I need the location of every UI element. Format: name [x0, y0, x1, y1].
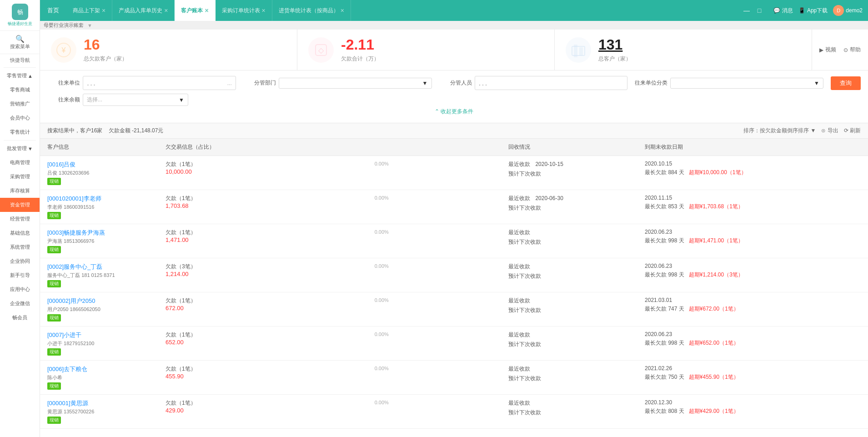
sidebar-item-batch-manage[interactable]: 批发管理▼	[0, 141, 40, 156]
download-icon: 📱	[798, 7, 805, 14]
overdue-link-0[interactable]: 超期¥10,000.00（1笔）	[689, 169, 747, 176]
cell-debt-0: 欠款（1笔） 10,000.00	[158, 156, 367, 190]
export-btn[interactable]: ⊙ 导出	[821, 127, 838, 135]
debt-amount-6[interactable]: 455.90	[166, 373, 360, 380]
tab-home[interactable]: 首页	[40, 6, 66, 15]
filter-department-label: 分管部门	[243, 79, 276, 87]
overdue-link-3[interactable]: 超期¥1,214.00（3笔）	[689, 271, 743, 278]
avatar-icon: D	[833, 5, 844, 16]
debt-amount-1[interactable]: 1,703.68	[166, 202, 360, 209]
filter-collapse-btn[interactable]: ⌃ 收起更多条件	[47, 106, 861, 117]
customer-name-link-4[interactable]: [000002]用户2050	[47, 297, 151, 305]
chevron-down-icon: ▼	[422, 80, 428, 86]
sidebar-item-retail-stats[interactable]: 零售统计	[0, 125, 40, 139]
stat-amount-label: 欠款合计（万）	[341, 55, 379, 63]
filter-department-select[interactable]: ▼	[279, 78, 432, 89]
last-collect-4: 最近收款	[508, 297, 630, 305]
debt-ratio-5: 0.00%	[375, 332, 389, 337]
overdue-info-6: 最长欠款 750 天 超期¥455.90（1笔）	[645, 373, 861, 381]
window-minimize[interactable]: —	[742, 5, 752, 15]
search-button[interactable]: 查询	[831, 76, 861, 90]
sidebar-item-capital[interactable]: 资金管理	[0, 198, 40, 212]
sidebar-item-retail-manage[interactable]: 零售管理▲	[0, 69, 40, 83]
sidebar-item-ecommerce[interactable]: 电商管理	[0, 156, 40, 170]
customer-name-link-3[interactable]: [0002]服务中心_丁磊	[47, 263, 151, 271]
customer-badge-6: 现销	[47, 382, 61, 390]
svg-rect-8	[579, 47, 583, 55]
tab-close-stock[interactable]: ×	[341, 7, 344, 14]
tab-stock-stats[interactable]: 进货单统计表（按商品） ×	[272, 0, 351, 21]
debt-amount-3[interactable]: 1,214.00	[166, 271, 360, 277]
debt-amount-5[interactable]: 652.00	[166, 339, 360, 346]
sidebar-search[interactable]: 🔍 搜索菜单	[0, 31, 40, 54]
sidebar-item-app-center[interactable]: 应用中心	[0, 282, 40, 296]
sidebar-item-basic-info[interactable]: 基础信息	[0, 226, 40, 240]
overdue-link-1[interactable]: 超期¥1,703.68（1笔）	[689, 203, 743, 210]
company-dropdown-icon[interactable]: ▼	[87, 23, 92, 28]
last-collect-3: 最近收款	[508, 263, 630, 271]
overdue-link-5[interactable]: 超期¥652.00（1笔）	[689, 340, 739, 346]
window-maximize[interactable]: □	[754, 5, 764, 15]
tab-production[interactable]: 产成品入库单历史 ×	[112, 0, 175, 21]
sidebar-item-ops[interactable]: 经营管理	[0, 212, 40, 226]
sidebar-item-member[interactable]: 会员中心	[0, 111, 40, 125]
filter-person-label: 分管人员	[439, 79, 472, 87]
user-avatar[interactable]: D demo2	[833, 5, 863, 16]
sidebar-item-inventory[interactable]: 库存核算	[0, 184, 40, 198]
cell-ratio-3: 0.00%	[367, 258, 501, 292]
filter-supplier-input[interactable]: ...	[83, 76, 236, 90]
tab-close-customer-account[interactable]: ×	[205, 7, 208, 14]
debt-amount-7[interactable]: 429.00	[166, 407, 360, 414]
sidebar-item-changjie-member[interactable]: 畅会员	[0, 311, 40, 325]
help-btn[interactable]: ⊙ 帮助	[843, 46, 861, 54]
message-btn[interactable]: 💬 消息	[773, 7, 793, 15]
table-row: [0001020001]李老师 李老师 18600391516 现销 欠款（1笔…	[40, 190, 868, 224]
tab-close-products[interactable]: ×	[102, 7, 105, 14]
overdue-link-2[interactable]: 超期¥1,471.00（1笔）	[689, 237, 743, 244]
last-collect-7: 最近收款	[508, 399, 630, 407]
stat-total-content: 131 总客户（家）	[598, 37, 631, 62]
next-collect-2: 预计下次收款	[508, 238, 630, 246]
tab-close-production[interactable]: ×	[164, 7, 168, 14]
sidebar-quick-nav[interactable]: 快捷导航	[0, 54, 40, 66]
customer-name-link-6[interactable]: [0006]去下粮仓	[47, 365, 151, 373]
logo-icon: 畅	[12, 4, 28, 20]
table-container[interactable]: 客户信息 欠交易信息（占比） 回收情况 到期未收款日期 [0016]吕俊 吕俊 …	[40, 139, 868, 437]
app-download-btn[interactable]: 📱 App下载	[798, 7, 828, 15]
top-bar: 首页 商品上下架 × 产成品入库单历史 × 客户账本 × 采购订单统计表 ×	[40, 0, 868, 21]
tab-products[interactable]: 商品上下架 ×	[66, 0, 112, 21]
tab-close-purchase[interactable]: ×	[262, 7, 266, 14]
overdue-info-0: 最长欠款 884 天 超期¥10,000.00（1笔）	[645, 169, 861, 176]
sidebar-item-enterprise-collab[interactable]: 企业协同	[0, 254, 40, 268]
cell-debt-1: 欠款（1笔） 1,703.68	[158, 190, 367, 224]
debt-amount-0[interactable]: 10,000.00	[166, 168, 360, 175]
customer-badge-3: 现销	[47, 280, 61, 287]
tab-customer-account[interactable]: 客户账本 ×	[175, 0, 215, 21]
view-video-btn[interactable]: ▶ 视频	[819, 46, 836, 54]
sidebar-item-retail-mall[interactable]: 零售商城	[0, 83, 40, 97]
customer-name-link-2[interactable]: [0003]畅捷服务尹海蒸	[47, 229, 151, 237]
customer-name-link-5[interactable]: [0007]小进干	[47, 331, 151, 339]
debt-amount-4[interactable]: 672.00	[166, 305, 360, 311]
tab-purchase-stats[interactable]: 采购订单统计表 ×	[216, 0, 272, 21]
customer-name-link-0[interactable]: [0016]吕俊	[47, 161, 151, 169]
sidebar-item-purchase[interactable]: 采购管理	[0, 170, 40, 184]
sidebar-item-system[interactable]: 系统管理	[0, 240, 40, 254]
overdue-link-6[interactable]: 超期¥455.90（1笔）	[689, 374, 739, 380]
filter-category-select[interactable]: ▼	[670, 78, 823, 89]
overdue-link-4[interactable]: 超期¥672.00（1笔）	[689, 306, 739, 312]
cell-debt-2: 欠款（1笔） 1,471.00	[158, 224, 367, 258]
sidebar-item-newbie[interactable]: 新手引导	[0, 268, 40, 282]
debt-amount-2[interactable]: 1,471.00	[166, 236, 360, 243]
sort-label[interactable]: 排序：按欠款金额倒序排序 ▼	[743, 127, 816, 135]
cell-collection-2: 最近收款 预计下次收款	[501, 224, 637, 258]
customer-name-link-1[interactable]: [0001020001]李老师	[47, 195, 151, 203]
overdue-link-7[interactable]: 超期¥429.00（1笔）	[689, 408, 739, 414]
message-icon: 💬	[773, 7, 780, 14]
sidebar-item-enterprise-wechat[interactable]: 企业微信	[0, 296, 40, 311]
sidebar-item-marketing[interactable]: 营销推广	[0, 97, 40, 111]
customer-name-link-7[interactable]: [000001]黄思源	[47, 399, 151, 407]
filter-balance-select[interactable]: 选择... ▼	[83, 94, 188, 106]
filter-person-input[interactable]: ...	[475, 76, 628, 90]
refresh-btn[interactable]: ⟳ 刷新	[844, 127, 861, 135]
